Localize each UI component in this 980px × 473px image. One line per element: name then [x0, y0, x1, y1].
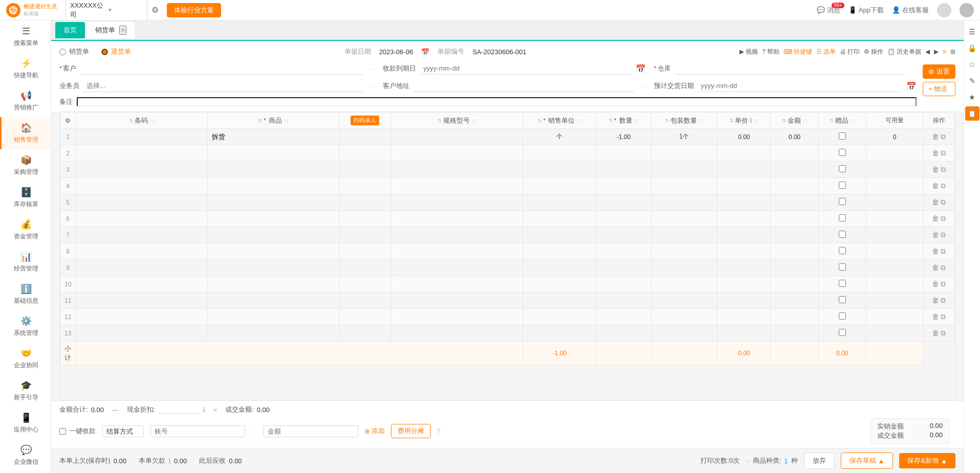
cell-barcode[interactable]	[76, 260, 207, 276]
rp-btn-0[interactable]: ☰	[965, 25, 979, 39]
recv-calendar-icon[interactable]: 📅	[636, 64, 646, 74]
cell-spec[interactable]	[391, 292, 522, 309]
copy-row-icon[interactable]: ⧉	[941, 132, 946, 141]
rp-btn-2[interactable]: ☆	[965, 57, 979, 72]
cell-product[interactable]	[207, 178, 339, 194]
cell-qty[interactable]	[596, 292, 651, 309]
delete-row-icon[interactable]: 🗑	[932, 231, 939, 239]
customer-input[interactable]	[80, 62, 363, 75]
sidebar-item-quicknav[interactable]: ⚡ 快捷导航	[0, 53, 51, 85]
cell-price[interactable]	[717, 178, 771, 194]
th-gear[interactable]: ⚙	[60, 112, 76, 129]
select-button[interactable]: ☰ 选单	[816, 48, 836, 56]
split-button[interactable]: 费用分摊	[391, 424, 431, 438]
grid-view-icon[interactable]: ⊞	[950, 48, 955, 55]
cell-qty[interactable]	[596, 276, 651, 292]
copy-row-icon[interactable]: ⧉	[941, 231, 946, 239]
copy-row-icon[interactable]: ⧉	[941, 198, 946, 206]
operate-button[interactable]: ⚙ 操作	[864, 48, 883, 56]
prev-icon[interactable]: ◀	[925, 48, 930, 55]
sidebar-item-guide[interactable]: 🎓 新手引导	[0, 375, 51, 407]
one-click-checkbox[interactable]	[59, 428, 66, 435]
cell-barcode[interactable]	[76, 145, 207, 162]
cell-price[interactable]	[717, 292, 771, 309]
cell-qty[interactable]	[596, 162, 651, 178]
one-click-btn[interactable]: 一键收款	[59, 426, 96, 436]
copy-row-icon[interactable]: ⧉	[941, 165, 946, 173]
rp-btn-5[interactable]: 📋	[965, 106, 979, 121]
cell-price[interactable]	[717, 309, 771, 325]
price-info-icon[interactable]: ℹ	[750, 117, 752, 124]
sidebar-item-collab[interactable]: 🤝 企业协同	[0, 343, 51, 375]
cell-product[interactable]	[207, 211, 339, 227]
sidebar-item-marketing[interactable]: 📢 营销推广	[0, 85, 51, 117]
copy-row-icon[interactable]: ⧉	[941, 263, 946, 272]
expected-calendar-icon[interactable]: 📅	[906, 81, 917, 91]
cell-gift[interactable]	[818, 162, 866, 178]
radio-return-input[interactable]	[101, 49, 108, 55]
print-button[interactable]: 🖨 打印	[840, 48, 860, 56]
cell-gift[interactable]	[818, 325, 866, 342]
next-icon[interactable]: ▶	[934, 48, 939, 55]
copy-row-icon[interactable]: ⧉	[941, 182, 946, 190]
payment-method-select[interactable]: 结算方式	[102, 425, 144, 437]
add-payment-button[interactable]: ⊕ 添加	[364, 426, 385, 436]
cell-qty[interactable]	[596, 260, 651, 276]
radio-sales[interactable]: 销货单	[59, 47, 89, 56]
cell-price[interactable]	[717, 162, 771, 178]
cell-qty[interactable]	[596, 309, 651, 325]
cell-price[interactable]	[717, 276, 771, 292]
cell-barcode[interactable]	[76, 243, 207, 260]
addr-more-icon[interactable]: ···	[640, 82, 646, 90]
app-download-button[interactable]: 📱 App下载	[848, 6, 884, 15]
sidebar-item-search[interactable]: ☰ 搜索菜单	[0, 20, 51, 53]
cell-price[interactable]	[717, 325, 771, 342]
logistics-button[interactable]: + 物流	[923, 82, 955, 96]
save-new-button[interactable]: 保存&新增 ▲	[899, 453, 955, 468]
radio-return[interactable]: 退货单	[101, 47, 131, 56]
cell-product[interactable]	[207, 194, 339, 211]
cell-product[interactable]	[207, 227, 339, 243]
cell-price[interactable]	[717, 211, 771, 227]
save-new-arrow[interactable]: ▲	[941, 457, 947, 465]
save-draft-button[interactable]: 保存草稿 ▲	[841, 453, 894, 469]
cell-price[interactable]	[717, 145, 771, 162]
copy-row-icon[interactable]: ⧉	[941, 296, 946, 304]
list-view-icon[interactable]: ≡	[943, 48, 946, 55]
sidebar-item-sales[interactable]: 🏠 销售管理	[0, 117, 51, 149]
delete-row-icon[interactable]: 🗑	[932, 263, 939, 272]
note-input[interactable]	[77, 97, 917, 106]
cell-spec[interactable]	[391, 309, 522, 325]
delete-row-icon[interactable]: 🗑	[932, 132, 939, 141]
cell-qty[interactable]	[596, 145, 651, 162]
cell-product[interactable]	[207, 162, 339, 178]
warehouse-input[interactable]: 建材仓	[675, 62, 905, 75]
copy-row-icon[interactable]: ⧉	[941, 247, 946, 255]
cell-gift[interactable]	[818, 227, 866, 243]
cell-spec[interactable]	[391, 227, 522, 243]
tab-close-button[interactable]: ✕	[119, 26, 126, 35]
sidebar-item-app[interactable]: 📱 应用中心	[0, 407, 51, 439]
cell-price[interactable]	[717, 260, 771, 276]
settings-button[interactable]: ⚙ 设置	[923, 64, 955, 79]
rp-btn-3[interactable]: ✎	[965, 74, 979, 88]
cell-product[interactable]	[207, 260, 339, 276]
expected-date-input[interactable]	[698, 80, 902, 92]
cell-gift[interactable]	[818, 211, 866, 227]
cell-spec[interactable]	[391, 260, 522, 276]
cell-gift[interactable]	[818, 145, 866, 162]
cell-gift[interactable]	[818, 243, 866, 260]
cell-product[interactable]	[207, 276, 339, 292]
rp-btn-1[interactable]: 🔒	[965, 41, 979, 55]
product-kind-radio-icon[interactable]: ○	[746, 457, 750, 465]
cell-gift[interactable]	[818, 178, 866, 194]
shortcut-button[interactable]: ⌨ 快捷键	[783, 48, 812, 56]
delete-row-icon[interactable]: 🗑	[932, 182, 939, 190]
cell-spec[interactable]	[391, 129, 522, 145]
recv-date-input[interactable]	[420, 62, 631, 75]
discard-button[interactable]: 放弃	[804, 453, 835, 469]
discount-info-icon[interactable]: ℹ	[203, 406, 205, 414]
delete-row-icon[interactable]: 🗑	[932, 312, 939, 321]
cell-qty[interactable]	[596, 243, 651, 260]
trial-button[interactable]: 体验行业方案	[167, 3, 221, 17]
